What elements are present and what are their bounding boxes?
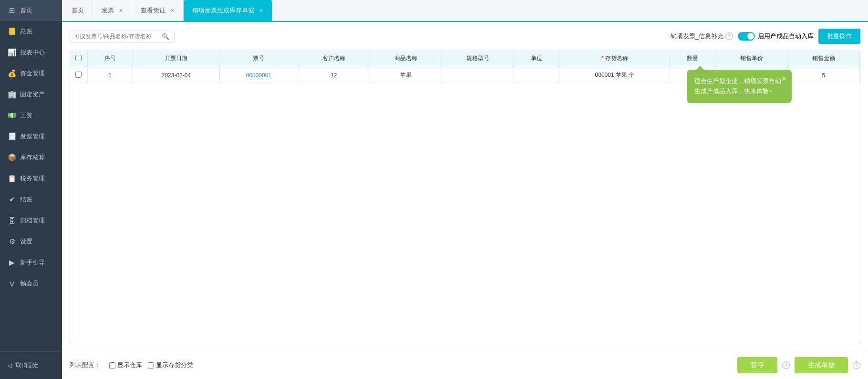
sidebar: ⊞ 首页 📒 总账 📊 报表中心 💰 资金管理 🏢 固定资产 💵 工资 🧾 发票… — [0, 0, 62, 379]
settlement-icon: ✔ — [8, 195, 16, 204]
tab-voucher[interactable]: 查看凭证 ✕ — [132, 0, 184, 21]
payroll-icon: 💵 — [8, 111, 16, 120]
tax-icon: 📋 — [8, 174, 16, 183]
sidebar-item-label: 发票管理 — [20, 132, 45, 141]
sidebar-item-vip[interactable]: V 畅会员 — [0, 273, 62, 294]
list-config: 列表配置： 显示仓库 显示存货分类 — [70, 361, 193, 369]
sidebar-item-settings[interactable]: ⚙ 设置 — [0, 231, 62, 252]
show-warehouse-label[interactable]: 显示仓库 — [109, 361, 142, 369]
save-button[interactable]: 暂存 — [737, 357, 777, 373]
unpin-button[interactable]: ◁ 取消固定 — [0, 357, 62, 374]
save-info-icon[interactable]: ? — [782, 361, 790, 369]
show-category-checkbox[interactable] — [148, 362, 154, 368]
batch-button[interactable]: 批量操作 — [818, 29, 860, 44]
show-warehouse-text: 显示仓库 — [117, 361, 142, 369]
tab-invoice-close[interactable]: ✕ — [119, 8, 123, 14]
settings-icon: ⚙ — [8, 237, 16, 246]
col-checkbox — [70, 50, 87, 67]
sidebar-item-inventory[interactable]: 📦 库存核算 — [0, 147, 62, 168]
sidebar-item-label: 工资 — [20, 111, 32, 120]
sidebar-item-report[interactable]: 📊 报表中心 — [0, 42, 62, 63]
sidebar-item-home[interactable]: ⊞ 首页 — [0, 0, 62, 21]
info-label: 销项发票_信息补充 ? — [671, 32, 733, 41]
toolbar-left: 🔍 — [70, 31, 175, 42]
cell-number[interactable]: 00000001 — [220, 67, 298, 84]
tooltip-text: 适合生产型企业，销项发票自动生成产成品入库，快来体验~ — [694, 77, 781, 95]
info-icon[interactable]: ? — [725, 32, 733, 40]
auto-warehouse-toggle[interactable] — [738, 32, 755, 41]
tab-bar: 首页 发票 ✕ 查看凭证 ✕ 销项发票生成库存单据 ✕ — [62, 0, 868, 22]
show-category-text: 显示存货分类 — [156, 361, 193, 369]
tab-invoice-label: 发票 — [102, 6, 114, 15]
tooltip-close-button[interactable]: ✕ — [781, 74, 787, 84]
show-category-label[interactable]: 显示存货分类 — [148, 361, 193, 369]
sidebar-item-label: 设置 — [20, 237, 32, 246]
sidebar-item-payroll[interactable]: 💵 工资 — [0, 105, 62, 126]
info-label-text: 销项发票_信息补充 — [671, 32, 723, 41]
invoice-icon: 🧾 — [8, 132, 16, 141]
cell-amount: 5 — [787, 67, 859, 84]
main-area: 首页 发票 ✕ 查看凭证 ✕ 销项发票生成库存单据 ✕ 🔍 — [62, 0, 868, 379]
sidebar-item-label: 归档管理 — [20, 216, 45, 225]
toggle-label: 启用产成品自动入库 — [758, 32, 814, 41]
cell-date: 2023-03-04 — [133, 67, 219, 84]
report-icon: 📊 — [8, 48, 16, 57]
sidebar-item-invoice-mgr[interactable]: 🧾 发票管理 — [0, 126, 62, 147]
tab-voucher-label: 查看凭证 — [141, 6, 165, 15]
sidebar-item-label: 新手引导 — [20, 258, 45, 267]
sidebar-item-funds[interactable]: 💰 资金管理 — [0, 63, 62, 84]
col-date: 开票日期 — [133, 50, 219, 67]
select-all-checkbox[interactable] — [75, 55, 82, 61]
unpin-label: 取消固定 — [16, 361, 39, 369]
sidebar-bottom: ◁ 取消固定 — [0, 351, 62, 379]
sidebar-item-label: 税务管理 — [20, 174, 45, 183]
sidebar-item-guide[interactable]: ▶ 新手引导 — [0, 252, 62, 273]
cell-unit — [514, 67, 559, 84]
cell-customer: 12 — [298, 67, 370, 84]
tab-return-invoice-label: 销项发票生成库存单据 — [192, 6, 254, 15]
col-qty: 数量 — [670, 50, 715, 67]
home-icon: ⊞ — [8, 6, 16, 15]
row-checkbox-cell[interactable] — [70, 67, 87, 84]
tab-return-invoice[interactable]: 销项发票生成库存单据 ✕ — [184, 0, 272, 21]
funds-icon: 💰 — [8, 69, 16, 78]
search-wrap[interactable]: 🔍 — [70, 31, 175, 42]
sidebar-item-assets[interactable]: 🏢 固定资产 — [0, 84, 62, 105]
sidebar-item-label: 报表中心 — [20, 48, 45, 57]
sidebar-item-label: 总账 — [20, 27, 32, 36]
toolbar: 🔍 销项发票_信息补充 ? 启用产成品自动入库 批量操作 — [70, 29, 860, 44]
sidebar-item-label: 结账 — [20, 195, 32, 204]
cell-inventory[interactable]: 000001 苹果 个 — [559, 67, 670, 84]
col-amount: 销售金额 — [787, 50, 859, 67]
col-inventory: * 存货名称 — [559, 50, 670, 67]
content-area: 🔍 销项发票_信息补充 ? 启用产成品自动入库 批量操作 — [62, 22, 868, 351]
col-customer: 客户名称 — [298, 50, 370, 67]
tab-return-invoice-close[interactable]: ✕ — [259, 8, 263, 14]
sidebar-item-tax[interactable]: 📋 税务管理 — [0, 168, 62, 189]
inventory-icon: 📦 — [8, 153, 16, 162]
config-label: 列表配置： — [70, 361, 101, 369]
unpin-icon: ◁ — [8, 362, 12, 369]
generate-button[interactable]: 生成单据 — [795, 357, 848, 373]
cell-seq: 1 — [87, 67, 133, 84]
show-warehouse-checkbox[interactable] — [109, 362, 115, 368]
sidebar-item-archive[interactable]: 🗄 归档管理 — [0, 210, 62, 231]
col-unit-price: 销售单价 — [715, 50, 787, 67]
generate-info-icon[interactable]: ? — [853, 361, 860, 369]
archive-icon: 🗄 — [8, 217, 16, 225]
tooltip-bubble: ✕ 适合生产型企业，销项发票自动生成产成品入库，快来体验~ — [687, 70, 792, 103]
tab-home-label: 首页 — [72, 6, 84, 15]
sidebar-item-ledger[interactable]: 📒 总账 — [0, 21, 62, 42]
row-checkbox[interactable] — [75, 72, 82, 78]
tab-home[interactable]: 首页 — [67, 0, 93, 21]
search-input[interactable] — [74, 33, 160, 40]
col-unit: 单位 — [514, 50, 559, 67]
tab-invoice[interactable]: 发票 ✕ — [93, 0, 132, 21]
bottom-bar: 列表配置： 显示仓库 显示存货分类 暂存 ? 生成单据 ? — [62, 351, 868, 379]
ledger-icon: 📒 — [8, 27, 16, 36]
sidebar-item-label: 固定资产 — [20, 90, 45, 99]
sidebar-item-settlement[interactable]: ✔ 结账 — [0, 189, 62, 210]
tab-voucher-close[interactable]: ✕ — [170, 8, 175, 14]
col-seq: 序号 — [87, 50, 133, 67]
sidebar-item-label: 库存核算 — [20, 153, 45, 162]
